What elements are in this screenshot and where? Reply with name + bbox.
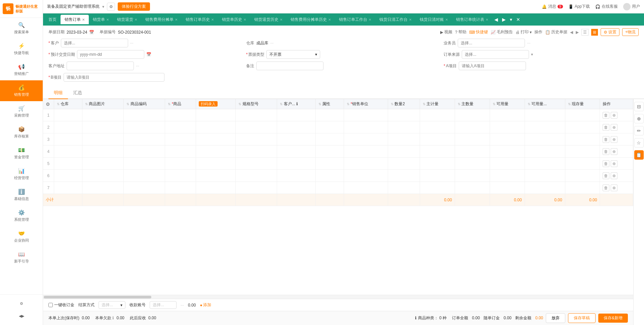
view-toggle-card[interactable]: ⊞ xyxy=(591,29,598,36)
b-project-input[interactable] xyxy=(64,73,164,82)
row-delete-btn[interactable]: 🗑 xyxy=(603,112,609,119)
row-ops[interactable]: 🗑 ⊕ xyxy=(600,170,633,182)
online-service-btn[interactable]: 🎧 在线客服 xyxy=(595,4,618,9)
row-scan[interactable] xyxy=(196,121,236,133)
view-btn[interactable]: ▶ 视频 xyxy=(440,29,452,35)
row-delete-btn[interactable]: 🗑 xyxy=(603,172,609,179)
row-warehouse[interactable] xyxy=(54,158,82,170)
row-image[interactable] xyxy=(82,158,123,170)
row-warehouse[interactable] xyxy=(54,170,82,182)
right-icon-2[interactable]: ⊕ xyxy=(634,114,644,123)
tab-return-history[interactable]: 销货退货历史 ✕ xyxy=(250,15,287,24)
row-ops[interactable]: 🗑 ⊕ xyxy=(600,109,633,121)
row-image[interactable] xyxy=(82,109,123,121)
row-main-unit[interactable] xyxy=(420,170,455,182)
row-main-qty[interactable] xyxy=(455,133,490,146)
tab-reconcile[interactable]: 钱货日清对账 ✕ xyxy=(416,15,452,24)
row-scan[interactable] xyxy=(196,182,236,194)
tab-prev-btn[interactable]: ◀ xyxy=(492,17,500,22)
tab-sales-order[interactable]: 销售订单 ✕ xyxy=(61,15,89,24)
row-main-unit[interactable] xyxy=(420,146,455,158)
tab-expense-history[interactable]: 销售费用分摊单历史 ✕ xyxy=(287,15,335,24)
row-main-unit[interactable] xyxy=(420,109,455,121)
address-input[interactable] xyxy=(67,62,134,70)
row-spec[interactable] xyxy=(236,182,277,194)
sidebar-item-search[interactable]: 🔍 搜索菜单 xyxy=(0,18,43,39)
tab-bill-history[interactable]: 销货单历史 ✕ xyxy=(218,15,250,24)
row-ops[interactable]: 🗑 ⊕ xyxy=(600,158,633,170)
add-payment-btn[interactable]: ● 添加 xyxy=(200,302,211,308)
customer-code-info[interactable]: ℹ xyxy=(296,101,298,106)
sidebar-item-system[interactable]: ⚙️ 系统管理 xyxy=(0,205,43,226)
row-code[interactable] xyxy=(124,133,165,146)
sidebar-item-marketing[interactable]: 📢 营销推广 xyxy=(0,59,43,80)
row-delete-btn[interactable]: 🗑 xyxy=(603,185,609,191)
row-spec[interactable] xyxy=(236,121,277,133)
row-main-qty[interactable] xyxy=(455,121,490,133)
current-amount-help[interactable]: ℹ xyxy=(112,316,114,320)
tab-close-bill-history[interactable]: ✕ xyxy=(243,18,246,22)
history-btn[interactable]: 📋 历史单据 xyxy=(545,29,567,35)
row-copy-btn[interactable]: ⊕ xyxy=(611,185,617,191)
row-copy-btn[interactable]: ⊕ xyxy=(611,148,617,155)
calendar-icon[interactable]: 📅 xyxy=(89,30,94,35)
row-attr[interactable] xyxy=(315,170,344,182)
tab-next-btn[interactable]: ▶ xyxy=(500,17,508,22)
row-code[interactable] xyxy=(124,146,165,158)
tab-summary[interactable]: 汇总 xyxy=(68,87,87,99)
row-code[interactable] xyxy=(124,170,165,182)
row-ops[interactable]: 🗑 ⊕ xyxy=(600,182,633,194)
help-btn[interactable]: ? 帮助 xyxy=(455,29,466,35)
row-attr[interactable] xyxy=(315,121,344,133)
salesman-input[interactable] xyxy=(458,39,525,47)
row-copy-btn[interactable]: ⊕ xyxy=(611,136,617,143)
row-unit[interactable] xyxy=(344,182,388,194)
row-code[interactable] xyxy=(124,182,165,194)
tab-close-return[interactable]: ✕ xyxy=(135,18,137,22)
row-available2[interactable] xyxy=(525,146,565,158)
row-available[interactable] xyxy=(490,182,525,194)
account-expand[interactable]: ··· xyxy=(181,303,184,308)
row-delete-btn[interactable]: 🗑 xyxy=(603,136,609,143)
save-draft-button[interactable]: 保存草稿 xyxy=(568,313,596,323)
order-source-dropdown[interactable]: ▾ xyxy=(531,52,533,57)
one-click-label[interactable]: 一键收订金 xyxy=(48,302,74,308)
row-customer-code[interactable] xyxy=(277,182,315,194)
order-source-input[interactable] xyxy=(462,50,529,59)
row-available2[interactable] xyxy=(525,182,565,194)
row-main-unit[interactable] xyxy=(420,158,455,170)
row-code[interactable] xyxy=(124,158,165,170)
row-code[interactable] xyxy=(124,121,165,133)
row-stock[interactable] xyxy=(565,133,600,146)
address-expand[interactable]: ··· xyxy=(136,64,139,68)
customer-expand[interactable]: ··· xyxy=(130,41,134,45)
row-copy-btn[interactable]: ⊕ xyxy=(611,160,617,167)
row-spec[interactable] xyxy=(236,133,277,146)
row-main-qty[interactable] xyxy=(455,109,490,121)
row-qty2[interactable] xyxy=(388,158,420,170)
row-warehouse[interactable] xyxy=(54,109,82,121)
row-image[interactable] xyxy=(82,170,123,182)
row-scan[interactable] xyxy=(196,170,236,182)
tab-close-workbench[interactable]: ✕ xyxy=(369,18,371,22)
row-main-qty[interactable] xyxy=(455,146,490,158)
profit-btn[interactable]: 📈 毛利预告 xyxy=(491,29,513,35)
tab-close-sales-bill[interactable]: ✕ xyxy=(106,18,109,22)
shortcut-btn[interactable]: ⌨ 快捷键 xyxy=(469,29,488,35)
tab-close-expense[interactable]: ✕ xyxy=(175,18,178,22)
tab-detail[interactable]: 明细 xyxy=(48,87,68,99)
right-icon-5[interactable]: 📋 xyxy=(634,150,644,160)
user-menu[interactable]: 用户 xyxy=(623,3,640,10)
row-main-unit[interactable] xyxy=(420,133,455,146)
delivery-calendar-icon[interactable]: 📅 xyxy=(146,52,151,57)
app-download-btn[interactable]: 📱 App下载 xyxy=(568,4,590,9)
row-customer-code[interactable] xyxy=(277,133,315,146)
sidebar-item-quick-nav[interactable]: ⚡ 快捷导航 xyxy=(0,39,43,59)
sidebar-item-base-info[interactable]: ℹ️ 基础信息 xyxy=(0,185,43,205)
row-attr[interactable] xyxy=(315,133,344,146)
one-click-checkbox[interactable] xyxy=(48,303,53,307)
row-ops[interactable]: 🗑 ⊕ xyxy=(600,146,633,158)
settings-btn[interactable]: ⚙ 设置 xyxy=(601,28,619,36)
row-attr[interactable] xyxy=(315,158,344,170)
row-main-qty[interactable] xyxy=(455,182,490,194)
